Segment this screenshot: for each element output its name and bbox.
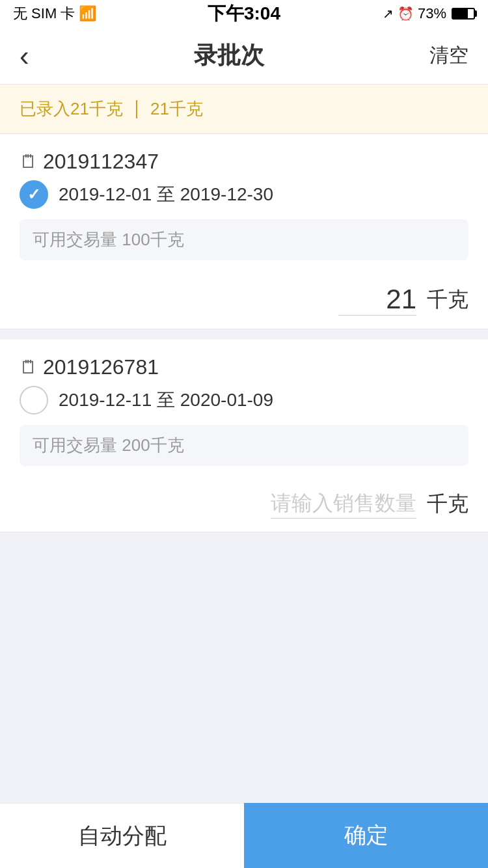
summary-banner: 已录入21千克 21千克 [0,85,488,134]
batch-1-available: 可用交易量 100千克 [20,219,468,260]
summary-recorded: 已录入21千克 [20,98,123,120]
batch-2-qty-placeholder: 请输入销售数量 [271,491,416,515]
batch-2-checkbox[interactable] [20,386,48,414]
auto-distribute-button[interactable]: 自动分配 [0,803,244,868]
nav-bar: ‹ 录批次 清空 [0,27,488,85]
batch-1-qty-input[interactable]: 21 [338,284,416,316]
batch-1-qty-row: 21 千克 [0,273,488,329]
batch-1-qty-unit: 千克 [427,286,468,314]
batch-1-id: 2019112347 [43,150,159,174]
confirm-button[interactable]: 确定 [244,803,488,868]
alarm-icon: ⏰ [398,6,414,21]
batch-2-date: 2019-12-11 至 2020-01-09 [59,388,273,413]
batch-2-qty-row: 请输入销售数量 千克 [0,479,488,532]
summary-divider [136,100,137,118]
batch-2-date-row: 2019-12-11 至 2020-01-09 [20,386,468,414]
batch-1-date: 2019-12-01 至 2019-12-30 [59,182,273,207]
status-bar: 无 SIM 卡 📶 下午3:04 ↗ ⏰ 73% [0,0,488,27]
sim-indicator: 无 SIM 卡 📶 [13,4,96,23]
status-time: 下午3:04 [208,1,280,26]
page-title: 录批次 [194,40,264,72]
batch-1-checkbox[interactable] [20,180,48,209]
battery-icon [452,8,475,20]
batch-1-qty-value: 21 [386,284,416,314]
bottom-bar: 自动分配 确定 [0,803,488,868]
battery-level: 73% [418,5,446,22]
clear-button[interactable]: 清空 [429,42,468,69]
batch-2-qty-unit: 千克 [427,490,468,519]
batch-1-icon: 🗒 [20,151,38,172]
location-icon: ↗ [383,6,394,21]
batch-2-id: 2019126781 [43,355,159,379]
batch-1-header: 🗒 2019112347 [20,150,468,174]
batch-2-icon: 🗒 [20,357,38,378]
summary-total: 21千克 [150,98,203,120]
batch-2-qty-input[interactable]: 请输入销售数量 [271,489,416,519]
status-right: ↗ ⏰ 73% [383,5,475,22]
batch-2-header: 🗒 2019126781 [20,355,468,379]
status-left: 无 SIM 卡 📶 [13,4,96,23]
section-gap [0,329,488,340]
batch-1-date-row: 2019-12-01 至 2019-12-30 [20,180,468,209]
back-button[interactable]: ‹ [20,40,29,72]
batch-item-2: 🗒 2019126781 2019-12-11 至 2020-01-09 可用交… [0,340,488,532]
batch-item-1: 🗒 2019112347 2019-12-01 至 2019-12-30 可用交… [0,134,488,329]
bottom-filler [0,532,488,845]
batch-2-available: 可用交易量 200千克 [20,425,468,466]
